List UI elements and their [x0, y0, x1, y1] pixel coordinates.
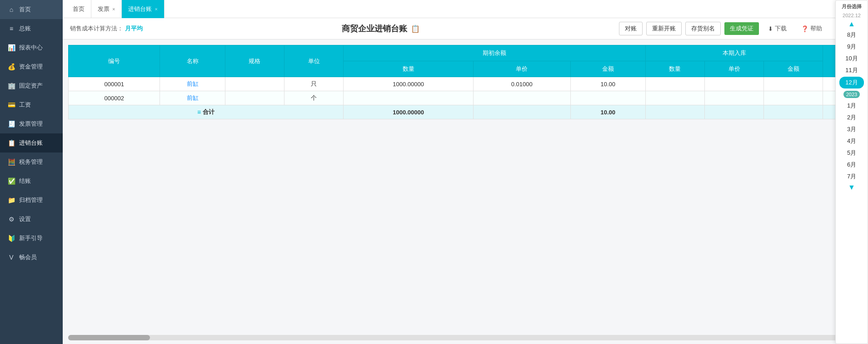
month-item-2023-3[interactable]: 3月	[836, 123, 868, 135]
scrollbar-thumb[interactable]	[68, 335, 150, 340]
download-label: 下载	[775, 25, 787, 33]
sidebar-item-tax[interactable]: 🧮 税务管理	[0, 152, 63, 172]
table-row: 000002 前缸 个	[69, 91, 863, 105]
month-item-8[interactable]: 8月	[836, 29, 868, 41]
tab-home[interactable]: 首页	[66, 0, 91, 18]
member-icon: V	[7, 254, 15, 261]
tab-inventory[interactable]: 进销台账 ×	[122, 0, 164, 18]
cost-method-label: 销售成本计算方法：	[70, 25, 123, 32]
month-item-2023-7[interactable]: 7月	[836, 171, 868, 182]
sidebar-item-reports[interactable]: 📊 报表中心	[0, 38, 63, 57]
reports-icon: 📊	[7, 44, 15, 51]
month-item-2023-5[interactable]: 5月	[836, 147, 868, 159]
sidebar-item-ledger[interactable]: ≡ 总账	[0, 19, 63, 38]
month-panel-title: 月份选择	[842, 3, 862, 10]
sidebar-item-label: 总账	[19, 25, 31, 33]
sidebar-item-assets[interactable]: 🏢 固定资产	[0, 76, 63, 95]
row1-in-price	[704, 77, 763, 91]
help-button[interactable]: ❓ 帮助	[796, 22, 828, 35]
sidebar-item-settings[interactable]: ⚙ 设置	[0, 210, 63, 229]
sidebar-item-label: 畅会员	[19, 253, 37, 261]
sidebar-item-archive[interactable]: 📁 归档管理	[0, 191, 63, 210]
total-icon: ≡	[197, 108, 201, 116]
month-item-12[interactable]: 12月	[839, 77, 864, 88]
tab-invoice-label: 发票	[98, 0, 110, 18]
help-icon: ❓	[801, 25, 808, 32]
invoice-icon: 🧾	[7, 120, 15, 128]
generate-button[interactable]: 生成凭证	[724, 22, 759, 35]
sidebar-item-label: 新手引导	[19, 234, 43, 242]
row1-start-price: 0.01000	[474, 77, 571, 91]
help-label: 帮助	[810, 25, 822, 33]
inventory-icon: 📋	[7, 139, 15, 147]
month-item-2023-2[interactable]: 2月	[836, 112, 868, 123]
month-item-10[interactable]: 10月	[836, 53, 868, 64]
month-item-2023-1[interactable]: 1月	[836, 100, 868, 112]
table-row: 000001 前缸 只 1000.00000 0.01000 10.00	[69, 77, 863, 91]
row2-start-amount	[570, 91, 645, 105]
tax-icon: 🧮	[7, 158, 15, 166]
main-area: 首页 发票 × 进销台账 × ✕ ⛶ 销售成本计算方法： 月平均 商贸企业进销台…	[63, 0, 868, 344]
month-item-2023-4[interactable]: 4月	[836, 135, 868, 147]
sidebar-item-label: 进销台账	[19, 139, 43, 147]
row2-in-amount	[764, 91, 823, 105]
year-2022-label: 2022.12	[843, 13, 861, 18]
assets-icon: 🏢	[7, 82, 15, 89]
sidebar-item-salary[interactable]: 💳 工资	[0, 95, 63, 114]
month-item-2023-6[interactable]: 6月	[836, 159, 868, 171]
total-row: ≡ 合计 1000.00000 10.00	[69, 105, 863, 119]
month-scroll-down[interactable]: ▼	[848, 182, 855, 192]
guide-icon: 🔰	[7, 235, 15, 242]
home-icon: ⌂	[7, 6, 15, 13]
content-area: 销售成本计算方法： 月平均 商贸企业进销台账 📋 对账 重新开账 存货别名 生成…	[63, 18, 868, 344]
total-label-text: 合计	[203, 108, 215, 116]
sidebar-item-label: 结账	[19, 177, 31, 185]
sidebar-item-label: 设置	[19, 215, 31, 223]
month-scroll-up[interactable]: ▲	[848, 19, 855, 29]
match-button[interactable]: 对账	[619, 22, 643, 35]
total-start-qty: 1000.00000	[344, 105, 474, 119]
col-name-header: 名称	[160, 45, 225, 77]
total-start-amount: 10.00	[570, 105, 645, 119]
sidebar-item-home[interactable]: ⌂ 首页	[0, 0, 63, 19]
month-item-9[interactable]: 9月	[836, 41, 868, 53]
row2-name: 前缸	[160, 91, 225, 105]
sidebar-item-label: 归档管理	[19, 196, 43, 204]
sidebar-item-guide[interactable]: 🔰 新手引导	[0, 229, 63, 248]
tab-inventory-label: 进销台账	[128, 0, 152, 18]
sidebar-item-inventory[interactable]: 📋 进销台账	[0, 133, 63, 152]
reopen-button[interactable]: 重新开账	[646, 22, 682, 35]
row2-in-qty	[645, 91, 704, 105]
page-header: 销售成本计算方法： 月平均 商贸企业进销台账 📋 对账 重新开账 存货别名 生成…	[63, 18, 868, 39]
sidebar-item-label: 首页	[19, 5, 31, 14]
tab-invoice-close[interactable]: ×	[112, 0, 115, 18]
save-alias-button[interactable]: 存货别名	[685, 22, 721, 35]
row1-start-qty: 1000.00000	[344, 77, 474, 91]
row2-start-price	[474, 91, 571, 105]
sidebar-item-funds[interactable]: 💰 资金管理	[0, 57, 63, 76]
month-item-11[interactable]: 11月	[836, 64, 868, 76]
horizontal-scrollbar[interactable]	[68, 335, 863, 340]
total-in-price	[704, 105, 763, 119]
sidebar-item-invoice-mgmt[interactable]: 🧾 发票管理	[0, 114, 63, 133]
ledger-icon: ≡	[7, 25, 15, 32]
sidebar-item-label: 固定资产	[19, 82, 43, 90]
download-button[interactable]: ⬇ 下载	[763, 22, 792, 35]
download-icon: ⬇	[768, 25, 773, 32]
sidebar-item-member[interactable]: V 畅会员	[0, 248, 63, 267]
current-in-header: 本期入库	[645, 45, 823, 61]
tab-invoice[interactable]: 发票 ×	[91, 0, 122, 18]
page-title: 商贸企业进销台账	[342, 23, 407, 34]
sidebar-item-label: 税务管理	[19, 158, 43, 166]
funds-icon: 💰	[7, 63, 15, 70]
title-icon: 📋	[411, 25, 420, 33]
total-label-cell: ≡ 合计	[69, 105, 344, 119]
tab-inventory-close[interactable]: ×	[155, 0, 157, 18]
in-amount-header: 金额	[764, 61, 823, 77]
start-amount-header: 金额	[570, 61, 645, 77]
row2-unit: 个	[284, 91, 344, 105]
sidebar-item-close-account[interactable]: ✅ 结账	[0, 172, 63, 191]
col-id-header: 编号	[69, 45, 160, 77]
row2-in-price	[704, 91, 763, 105]
page-title-area: 商贸企业进销台账 📋	[342, 23, 420, 34]
